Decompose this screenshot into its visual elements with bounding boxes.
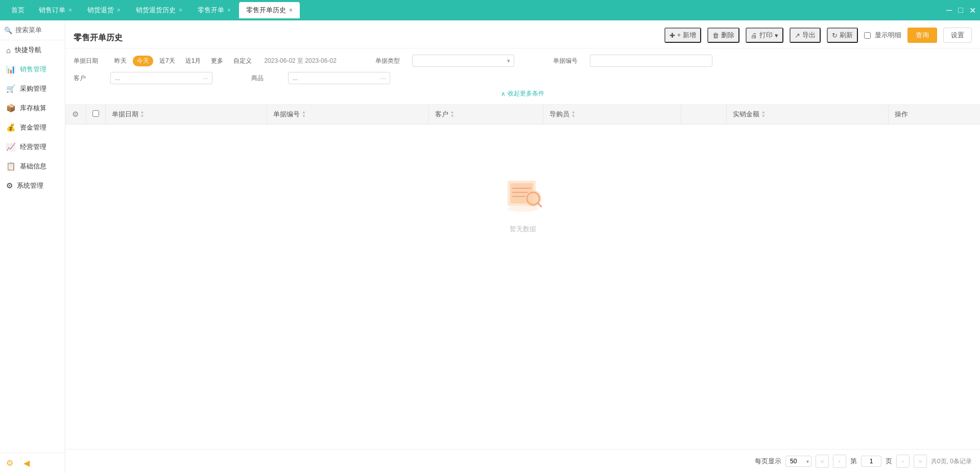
customer-input-wrap	[110, 72, 212, 84]
date-btn-7days[interactable]: 近7天	[155, 56, 179, 66]
page-input[interactable]	[861, 456, 881, 467]
close-tab-sales-order[interactable]: ×	[68, 7, 72, 14]
close-tab-retail-open-history[interactable]: ×	[289, 7, 293, 14]
pagination: 每页显示 50 10 20 100 « ‹ 第 页 › » 共0页, 0条记录	[65, 449, 980, 473]
print-button[interactable]: 🖨 打印 ▾	[746, 28, 783, 43]
type-filter-label: 单据类型	[375, 57, 404, 65]
th-action: 操作	[888, 105, 980, 125]
main-layout: 🔍 搜索菜单 ⌂ 快捷导航 📊 销售管理 🛒 采购管理 📦 库存核算 💰 资金管…	[0, 20, 980, 473]
sidebar-item-system-label: 系统管理	[17, 181, 43, 190]
sidebar-item-inventory[interactable]: 📦 库存核算	[0, 98, 65, 118]
display-detail-label: 显示明细	[875, 31, 901, 40]
sidebar-item-finance[interactable]: 💰 资金管理	[0, 118, 65, 137]
goods-filter-label: 商品	[251, 74, 280, 83]
add-label: + 新增	[677, 31, 696, 40]
close-tab-sales-return[interactable]: ×	[117, 7, 121, 14]
date-btn-1month[interactable]: 近1月	[181, 56, 205, 66]
table-body: 暂无数据	[65, 125, 980, 275]
sort-arrows-date: ▲▼	[140, 110, 145, 118]
page-title: 零售开单历史	[74, 33, 123, 43]
settings-icon[interactable]: ⚙	[6, 458, 13, 468]
type-select[interactable]	[412, 55, 514, 67]
pagination-summary: 共0页, 0条记录	[931, 457, 972, 466]
sort-customer[interactable]: 客户 ▲▼	[435, 110, 537, 119]
refresh-button[interactable]: ↻ 刷新	[827, 28, 858, 43]
sort-date[interactable]: 单据日期 ▲▼	[112, 110, 261, 119]
collapse-button[interactable]: ∧ 收起更多条件	[74, 89, 972, 98]
select-all-checkbox[interactable]	[92, 110, 99, 117]
sidebar-search[interactable]: 🔍 搜索菜单	[0, 20, 65, 40]
close-tab-sales-return-history[interactable]: ×	[179, 7, 182, 14]
tab-bar: 首页 销售订单 × 销货退货 × 销货退货历史 × 零售开单 × 零售开单历史 …	[0, 0, 980, 20]
th-no: 单据编号 ▲▼	[267, 105, 429, 125]
print-dropdown-icon: ▾	[775, 32, 778, 39]
th-amount-label: 实销金额	[733, 110, 759, 119]
sidebar-bottom: ⚙ ◀	[0, 453, 65, 473]
sidebar-item-operations-label: 经营管理	[20, 142, 46, 152]
date-btn-custom[interactable]: 自定义	[229, 56, 256, 66]
filter-area: 单据日期 昨天 今天 近7天 近1月 更多 自定义 2023-06-02 至 2…	[65, 48, 980, 105]
last-page-button[interactable]: »	[914, 455, 927, 468]
sidebar-item-basic-info[interactable]: 📋 基础信息	[0, 157, 65, 176]
page-label: 页	[886, 457, 892, 466]
delete-button[interactable]: 🗑 删除	[707, 28, 739, 43]
customer-filter-label: 客户	[74, 74, 102, 83]
tab-home[interactable]: 首页	[4, 2, 32, 18]
type-select-wrap	[412, 55, 514, 67]
per-page-select[interactable]: 50 10 20 100	[785, 456, 811, 467]
sort-guide[interactable]: 导购员 ▲▼	[549, 110, 675, 119]
close-icon[interactable]: ✕	[969, 6, 976, 15]
goods-input[interactable]	[288, 72, 390, 84]
sidebar-item-purchase-mgmt[interactable]: 🛒 采购管理	[0, 79, 65, 98]
collapse-arrow-icon: ∧	[501, 90, 506, 97]
sort-arrows-customer: ▲▼	[450, 110, 455, 118]
date-btn-more[interactable]: 更多	[207, 56, 227, 66]
tab-home-label: 首页	[11, 6, 25, 15]
sort-amount[interactable]: 实销金额 ▲▼	[733, 110, 882, 119]
sort-no[interactable]: 单据编号 ▲▼	[273, 110, 422, 119]
date-btn-yesterday[interactable]: 昨天	[110, 56, 131, 66]
minimize-icon[interactable]: ─	[946, 6, 952, 15]
sidebar-search-label: 搜索菜单	[15, 26, 42, 35]
close-tab-retail-open[interactable]: ×	[227, 7, 231, 14]
add-button[interactable]: ✚ + 新增	[664, 28, 701, 43]
tab-sales-return-history[interactable]: 销货退货历史 ×	[129, 2, 189, 18]
collapse-label: 收起更多条件	[508, 89, 544, 98]
tab-sales-return[interactable]: 销货退货 ×	[80, 2, 128, 18]
filter-row-1: 单据日期 昨天 今天 近7天 近1月 更多 自定义 2023-06-02 至 2…	[74, 55, 972, 67]
next-page-button[interactable]: ›	[896, 455, 910, 468]
refresh-label: 刷新	[840, 31, 853, 40]
sidebar-item-quick-nav[interactable]: ⌂ 快捷导航	[0, 40, 65, 60]
column-settings-icon[interactable]: ⚙	[71, 110, 80, 119]
page-header: 零售开单历史 ✚ + 新增 🗑 删除 🖨 打印 ▾ ↗ 导出	[65, 20, 980, 48]
date-range-display: 2023-06-02 至 2023-06-02	[264, 57, 336, 65]
tab-retail-open-label: 零售开单	[198, 6, 224, 15]
tab-retail-open-history[interactable]: 零售开单历史 ×	[239, 2, 300, 18]
display-detail-toggle[interactable]: 显示明细	[864, 31, 901, 40]
sidebar-item-sales-mgmt-label: 销售管理	[20, 65, 46, 74]
cart-icon: 🛒	[6, 84, 16, 93]
th-date-label: 单据日期	[112, 110, 138, 119]
first-page-button[interactable]: «	[816, 455, 829, 468]
search-button[interactable]: 查询	[907, 28, 937, 43]
tab-sales-order[interactable]: 销售订单 ×	[32, 2, 79, 18]
prev-page-button[interactable]: ‹	[833, 455, 846, 468]
sort-arrows-guide: ▲▼	[571, 110, 576, 118]
export-label: 导出	[802, 31, 816, 40]
th-checkbox	[86, 105, 105, 125]
export-button[interactable]: ↗ 导出	[790, 28, 821, 43]
customer-input[interactable]	[110, 72, 212, 84]
order-no-input[interactable]	[590, 55, 712, 67]
tab-retail-open[interactable]: 零售开单 ×	[190, 2, 238, 18]
data-table: ⚙ 单据日期 ▲▼ 单据编号	[65, 105, 980, 275]
maximize-icon[interactable]: □	[958, 6, 963, 15]
sidebar-item-inventory-label: 库存核算	[20, 104, 46, 113]
sidebar-item-operations[interactable]: 📈 经营管理	[0, 137, 65, 157]
sidebar-item-sales-mgmt[interactable]: 📊 销售管理	[0, 60, 65, 79]
sidebar-item-system[interactable]: ⚙ 系统管理	[0, 176, 65, 195]
settings-button[interactable]: 设置	[943, 28, 972, 43]
collapse-icon[interactable]: ◀	[23, 458, 30, 468]
display-detail-checkbox[interactable]	[864, 32, 871, 39]
date-btn-today[interactable]: 今天	[133, 56, 153, 66]
table-area: ⚙ 单据日期 ▲▼ 单据编号	[65, 105, 980, 449]
